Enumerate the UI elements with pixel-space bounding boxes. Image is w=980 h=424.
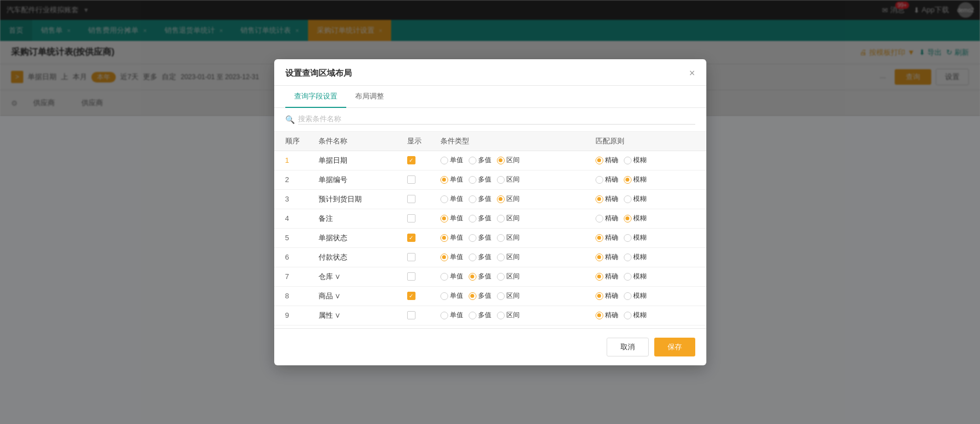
modal-dialog: 设置查询区域布局 × 查询字段设置 布局调整 🔍 顺序 条件名称 显示 条件类型… xyxy=(274,59,706,117)
search-icon: 🔍 xyxy=(285,115,295,117)
modal-close-button[interactable]: × xyxy=(689,68,695,85)
modal-overlay: 设置查询区域布局 × 查询字段设置 布局调整 🔍 顺序 条件名称 显示 条件类型… xyxy=(0,0,980,116)
condition-search-input[interactable] xyxy=(298,115,695,117)
modal-tab-layout[interactable]: 布局调整 xyxy=(346,86,393,108)
modal-title: 设置查询区域布局 xyxy=(285,68,352,85)
modal-tabs: 查询字段设置 布局调整 xyxy=(274,86,706,108)
modal-search-area: 🔍 xyxy=(274,108,706,117)
modal-tab-fields[interactable]: 查询字段设置 xyxy=(285,86,346,108)
modal-header: 设置查询区域布局 × xyxy=(274,59,706,86)
